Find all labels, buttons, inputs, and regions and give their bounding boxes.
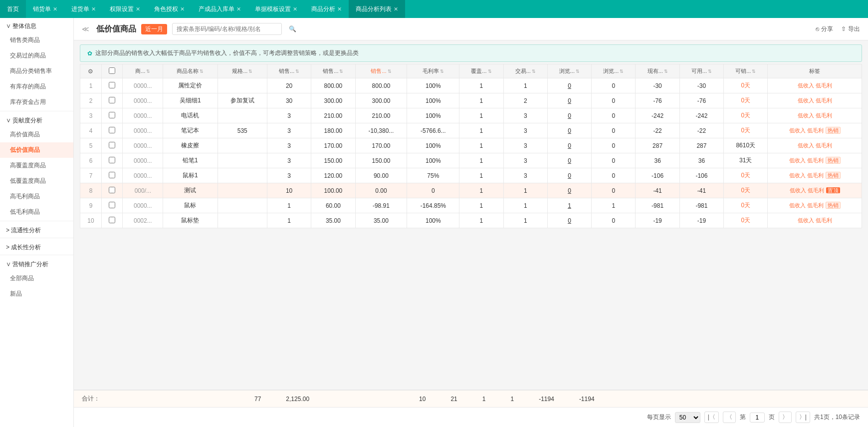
- browse1-link[interactable]: 0: [568, 187, 571, 194]
- col-s1[interactable]: 销售...⇅: [267, 64, 311, 78]
- sidebar-item-high-value[interactable]: 高价值商品: [0, 127, 73, 142]
- nav-template[interactable]: 单据模板设置 ✕: [248, 0, 304, 18]
- browse1-link[interactable]: 0: [568, 127, 571, 134]
- sidebar-item-stocked-goods[interactable]: 有库存的商品: [0, 79, 73, 94]
- last-page-btn[interactable]: 〉|: [796, 412, 810, 423]
- sidebar-item-low-coverage[interactable]: 低覆盖度商品: [0, 173, 73, 189]
- nav-goods-analysis[interactable]: 商品分析 ✕: [304, 0, 349, 18]
- sidebar-item-high-coverage[interactable]: 高覆盖度商品: [0, 158, 73, 173]
- cell-browse1[interactable]: 0: [547, 138, 591, 153]
- table-container[interactable]: ⚙ 商...⇅ 商品名称⇅ 规格...⇅ 销售...⇅ 销售...⇅ 销售...…: [80, 64, 862, 390]
- sidebar-group-overall[interactable]: ∨ 整体信息: [0, 18, 73, 32]
- browse1-link[interactable]: 0: [568, 112, 571, 119]
- col-stock1[interactable]: 现有...⇅: [636, 64, 679, 78]
- cell-browse1[interactable]: 0: [547, 183, 591, 198]
- cell-browse1[interactable]: 0: [547, 123, 591, 138]
- cell-checkbox[interactable]: [101, 168, 122, 183]
- nav-sales[interactable]: 销货单 ✕: [26, 0, 64, 18]
- cell-browse1[interactable]: 0: [547, 108, 591, 123]
- nav-close-product-stock[interactable]: ✕: [236, 6, 241, 12]
- cell-checkbox[interactable]: [101, 213, 122, 228]
- cell-checkbox[interactable]: [101, 183, 122, 198]
- col-trade[interactable]: 交易...⇅: [503, 64, 547, 78]
- row-checkbox[interactable]: [109, 127, 115, 133]
- col-margin[interactable]: 毛利率⇅: [407, 64, 459, 78]
- cell-browse1[interactable]: 0: [547, 213, 591, 228]
- cell-browse1[interactable]: 0: [547, 78, 591, 93]
- sidebar-group-circulation[interactable]: > 流通性分析: [0, 222, 73, 237]
- sidebar-item-inventory-capital[interactable]: 库存资金占用: [0, 94, 73, 110]
- row-checkbox[interactable]: [109, 97, 115, 103]
- browse1-link[interactable]: 0: [568, 97, 571, 104]
- export-btn[interactable]: ⇧ 导出: [841, 25, 860, 33]
- cell-checkbox[interactable]: [101, 93, 122, 108]
- cell-checkbox[interactable]: [101, 108, 122, 123]
- browse1-link[interactable]: 1: [568, 202, 571, 209]
- cell-browse1[interactable]: 0: [547, 153, 591, 168]
- sidebar-item-traded-goods[interactable]: 交易过的商品: [0, 48, 73, 63]
- col-name[interactable]: 商品名称⇅: [163, 64, 217, 78]
- col-checkbox[interactable]: [101, 64, 122, 78]
- browse1-link[interactable]: 0: [568, 142, 571, 149]
- share-btn[interactable]: ⎋ 分享: [816, 25, 833, 33]
- cell-checkbox[interactable]: [101, 153, 122, 168]
- row-checkbox[interactable]: [109, 112, 115, 118]
- collapse-sidebar-btn[interactable]: ≪: [82, 25, 89, 33]
- nav-close-goods-list[interactable]: ✕: [394, 6, 398, 12]
- col-cover[interactable]: 覆盖...⇅: [459, 64, 503, 78]
- row-checkbox[interactable]: [109, 157, 115, 163]
- sidebar-group-marketing[interactable]: ∨ 营销推广分析: [0, 256, 73, 271]
- col-sellable[interactable]: 可销...⇅: [724, 64, 768, 78]
- sidebar-item-all-goods[interactable]: 全部商品: [0, 271, 73, 286]
- col-browse1[interactable]: 浏览...⇅: [547, 64, 591, 78]
- col-browse2[interactable]: 浏览...⇅: [592, 64, 636, 78]
- cell-browse1[interactable]: 0: [547, 93, 591, 108]
- col-s2[interactable]: 销售...⇅: [311, 64, 355, 78]
- prev-page-btn[interactable]: 〈: [723, 412, 736, 423]
- browse1-link[interactable]: 0: [568, 217, 571, 224]
- col-spec[interactable]: 规格...⇅: [217, 64, 267, 78]
- cell-checkbox[interactable]: [101, 78, 122, 93]
- sidebar-item-low-value[interactable]: 低价值商品: [0, 142, 73, 158]
- nav-close-goods-analysis[interactable]: ✕: [337, 6, 342, 12]
- sidebar-group-growth[interactable]: > 成长性分析: [0, 239, 73, 254]
- sidebar-item-high-margin[interactable]: 高毛利商品: [0, 189, 73, 204]
- search-input[interactable]: [172, 23, 282, 35]
- col-config[interactable]: ⚙: [80, 64, 102, 78]
- select-all-checkbox[interactable]: [109, 67, 115, 74]
- row-checkbox[interactable]: [109, 172, 115, 178]
- row-checkbox[interactable]: [109, 202, 115, 208]
- nav-role-auth[interactable]: 角色授权 ✕: [147, 0, 192, 18]
- row-checkbox[interactable]: [109, 187, 115, 193]
- cell-checkbox[interactable]: [101, 138, 122, 153]
- nav-product-stock[interactable]: 产成品入库单 ✕: [192, 0, 248, 18]
- sidebar-item-sales-goods[interactable]: 销售类商品: [0, 32, 73, 48]
- nav-close-purchase[interactable]: ✕: [91, 6, 96, 12]
- sidebar-group-contribution[interactable]: ∨ 贡献度分析: [0, 112, 73, 127]
- nav-close-template[interactable]: ✕: [293, 6, 297, 12]
- cell-checkbox[interactable]: [101, 198, 122, 213]
- nav-auth-setting[interactable]: 权限设置 ✕: [103, 0, 147, 18]
- col-stock2[interactable]: 可用...⇅: [679, 64, 723, 78]
- cell-checkbox[interactable]: [101, 123, 122, 138]
- first-page-btn[interactable]: |〈: [704, 412, 719, 423]
- settings-icon[interactable]: ⚙: [88, 68, 93, 75]
- browse1-link[interactable]: 0: [568, 157, 571, 164]
- page-input[interactable]: [750, 413, 765, 423]
- page-size-select[interactable]: 50 100 200: [675, 412, 700, 423]
- cell-browse1[interactable]: 0: [547, 168, 591, 183]
- nav-close-role[interactable]: ✕: [180, 6, 185, 12]
- search-icon[interactable]: 🔍: [289, 25, 296, 32]
- row-checkbox[interactable]: [109, 217, 115, 223]
- nav-close-auth[interactable]: ✕: [136, 6, 140, 12]
- browse1-link[interactable]: 0: [568, 172, 571, 179]
- sidebar-item-new-goods[interactable]: 新品: [0, 286, 73, 302]
- nav-close-sales[interactable]: ✕: [53, 6, 57, 12]
- nav-home[interactable]: 首页: [0, 0, 26, 18]
- nav-purchase[interactable]: 进货单 ✕: [64, 0, 103, 18]
- browse1-link[interactable]: 0: [568, 82, 571, 89]
- row-checkbox[interactable]: [109, 82, 115, 88]
- next-page-btn[interactable]: 〉: [779, 412, 792, 423]
- col-code[interactable]: 商...⇅: [123, 64, 163, 78]
- sidebar-item-low-margin[interactable]: 低毛利商品: [0, 204, 73, 220]
